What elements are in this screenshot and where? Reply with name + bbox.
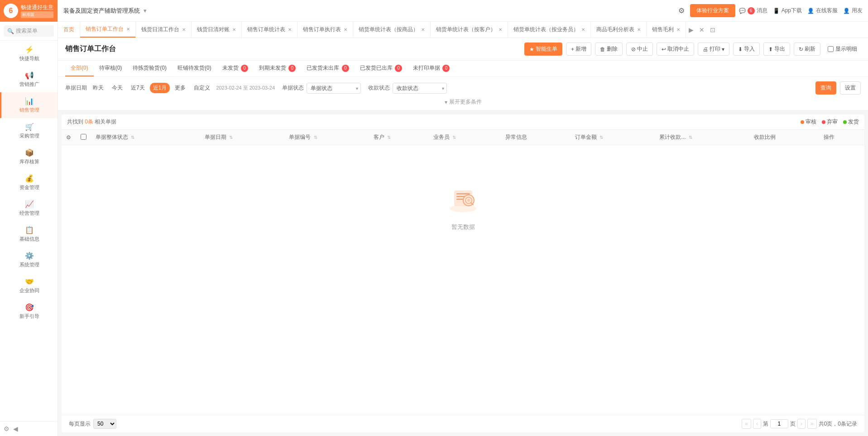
date-btn-more[interactable]: 更多	[172, 83, 189, 93]
sidebar-item-inventory[interactable]: 📦 库存核算	[0, 144, 58, 170]
col-amount[interactable]: 订单金额 ⇅	[571, 130, 655, 145]
tab-sales-order-stats[interactable]: 销售订单统计表 ✕	[242, 22, 297, 38]
sidebar-item-sales[interactable]: 📊 销售管理	[0, 92, 58, 118]
sidebar-item-system[interactable]: ⚙️ 系统管理	[0, 247, 58, 273]
expand-conditions-button[interactable]: ▾ 展开更多条件	[65, 95, 861, 106]
page-title: 销售订单工作台	[65, 44, 116, 54]
tab-sales-stats-product-close-icon[interactable]: ✕	[421, 27, 425, 32]
refresh-button[interactable]: ↻ 刷新	[794, 43, 820, 56]
col-customer[interactable]: 客户 ⇅	[369, 130, 429, 145]
tab-sales-stats-staff[interactable]: 销货单统计表（按业务员） ✕	[508, 22, 591, 38]
set-button[interactable]: 设置	[840, 81, 861, 95]
page-number-input[interactable]	[770, 419, 788, 428]
subtab-not-shipped[interactable]: 未发货 0	[217, 61, 254, 76]
ship-action[interactable]: 发货	[843, 118, 859, 126]
first-page-button[interactable]: «	[742, 419, 751, 429]
tab-cash-daily[interactable]: 钱货日清工作台 ✕	[136, 22, 192, 38]
tab-sales-order-exec[interactable]: 销售订单执行表 ✕	[297, 22, 353, 38]
tab-home[interactable]: 首页	[58, 22, 80, 38]
col-collected[interactable]: 累计收款... ⇅	[655, 130, 749, 145]
user-action[interactable]: 👤 用友	[843, 7, 863, 14]
tab-sales-order-workbench[interactable]: 销售订单工作台 ✕	[80, 22, 136, 38]
subtab-pending-check[interactable]: 待拣货验货(0)	[127, 61, 172, 76]
date-btn-yesterday[interactable]: 昨天	[90, 83, 107, 93]
col-number[interactable]: 单据编号 ⇅	[284, 130, 369, 145]
sidebar-item-quick-nav[interactable]: ⚡ 快捷导航	[0, 41, 58, 66]
col-staff[interactable]: 业务员 ⇅	[429, 130, 501, 145]
tab-sales-stats-customer-close-icon[interactable]: ✕	[499, 27, 502, 32]
export-button[interactable]: ⬆ 导出	[763, 43, 790, 56]
subtab-all[interactable]: 全部(0)	[65, 61, 94, 76]
subtab-wangpu[interactable]: 旺铺待发货(0)	[172, 61, 217, 76]
sidebar-item-basic-info[interactable]: 📋 基础信息	[0, 221, 58, 247]
tab-nav-close[interactable]: ✕	[696, 22, 707, 38]
col-abnormal[interactable]: 异常信息	[501, 130, 571, 145]
date-btn-custom[interactable]: 自定义	[191, 83, 213, 93]
prev-page-button[interactable]: ‹	[753, 419, 761, 429]
tab-sales-stats-product[interactable]: 销货单统计表（按商品） ✕	[353, 22, 431, 38]
collapse-icon[interactable]: ◀	[13, 425, 18, 432]
smart-create-button[interactable]: ★ 智能生单	[524, 43, 562, 56]
sidebar-item-finance[interactable]: 💰 资金管理	[0, 170, 58, 195]
filter-status-select-wrap: 单据状态	[307, 83, 361, 94]
app-download-action[interactable]: 📱 App下载	[773, 7, 802, 14]
col-checkbox[interactable]	[76, 130, 91, 145]
review-action[interactable]: 审核	[801, 118, 816, 126]
tab-nav-more[interactable]: ▶	[686, 22, 696, 38]
next-page-button[interactable]: ›	[797, 419, 806, 429]
sidebar-item-enterprise[interactable]: 🤝 企业协同	[0, 273, 58, 299]
date-btn-today[interactable]: 今天	[109, 83, 126, 93]
tab-sales-stats-customer[interactable]: 销货单统计表（按客户） ✕	[431, 22, 508, 38]
online-service-action[interactable]: 👤 在线客服	[807, 7, 838, 14]
import-button[interactable]: ⬇ 导入	[733, 43, 760, 56]
sidebar-item-marketing[interactable]: 📢 营销推广	[0, 66, 58, 92]
sidebar-item-operations[interactable]: 📈 经营管理	[0, 195, 58, 221]
sidebar-search[interactable]: 🔍 搜索菜单	[0, 22, 58, 41]
subtab-not-printed[interactable]: 未打印单据 0	[408, 61, 455, 76]
tab-cash-daily-close-icon[interactable]: ✕	[182, 27, 186, 32]
date-btn-1month[interactable]: 近1月	[150, 83, 170, 93]
per-page-select[interactable]: 50 10 20 100	[93, 419, 116, 429]
tab-cash-reconcile[interactable]: 钱货日清对账 ✕	[192, 22, 242, 38]
tab-gross-profit[interactable]: 商品毛利分析表 ✕	[591, 22, 647, 38]
tab-sales-profit-close-icon[interactable]: ✕	[676, 27, 680, 32]
col-status[interactable]: 单据整体状态 ⇅	[91, 130, 200, 145]
stop-button[interactable]: ⊘ 中止	[626, 43, 653, 56]
tab-sales-stats-staff-close-icon[interactable]: ✕	[581, 27, 585, 32]
topbar-settings-icon[interactable]: ⚙	[676, 5, 686, 17]
subtab-expired-not-shipped[interactable]: 到期未发货 0	[254, 61, 301, 76]
show-detail-input[interactable]	[828, 46, 834, 52]
col-ratio[interactable]: 收款比例	[749, 130, 819, 145]
settings-icon[interactable]: ⚙	[4, 425, 10, 432]
add-button[interactable]: + 新增	[566, 43, 591, 56]
tab-sales-profit[interactable]: 销售毛利 ✕	[647, 22, 686, 38]
sidebar-item-guide[interactable]: 🎯 新手引导	[0, 299, 58, 324]
col-settings[interactable]: ⚙	[62, 130, 76, 145]
sidebar-item-purchase[interactable]: 🛒 采购管理	[0, 118, 58, 144]
tab-sales-order-exec-close-icon[interactable]: ✕	[344, 27, 347, 32]
select-all-checkbox[interactable]	[81, 134, 86, 140]
show-detail-checkbox[interactable]: 显示明细	[824, 43, 861, 55]
search-input-area[interactable]: 🔍 搜索菜单	[4, 25, 54, 37]
table-area: 共找到 0条 相关单据 审核 弃审 发货	[62, 114, 864, 432]
print-button[interactable]: 🖨 打印 ▾	[698, 43, 729, 56]
subtab-pending-review[interactable]: 待审核(0)	[94, 61, 128, 76]
filter-status-select[interactable]: 单据状态	[307, 83, 361, 94]
query-button[interactable]: 查询	[815, 81, 836, 95]
last-page-button[interactable]: »	[807, 419, 817, 429]
tab-sales-order-stats-close-icon[interactable]: ✕	[288, 27, 292, 32]
col-date[interactable]: 单据日期 ⇅	[200, 130, 284, 145]
subtab-shipped-out[interactable]: 已发货已出库 0	[355, 61, 408, 76]
tab-gross-profit-close-icon[interactable]: ✕	[637, 27, 641, 32]
cancel-stop-button[interactable]: ↩ 取消中止	[657, 43, 694, 56]
subtab-shipped-not-out[interactable]: 已发货未出库 0	[301, 61, 354, 76]
tab-cash-reconcile-close-icon[interactable]: ✕	[232, 27, 236, 32]
tab-nav-expand[interactable]: ⊡	[707, 22, 718, 38]
message-action[interactable]: 💬 6 消息	[739, 7, 767, 14]
filter-collect-select[interactable]: 收款状态	[393, 83, 447, 94]
delete-button[interactable]: 🗑 删除	[595, 43, 623, 56]
date-btn-7days[interactable]: 近7天	[128, 83, 148, 93]
industry-solution-button[interactable]: 体验行业方案	[690, 4, 735, 17]
cancel-review-action[interactable]: 弃审	[822, 118, 838, 126]
tab-sales-order-workbench-close-icon[interactable]: ✕	[126, 27, 130, 32]
